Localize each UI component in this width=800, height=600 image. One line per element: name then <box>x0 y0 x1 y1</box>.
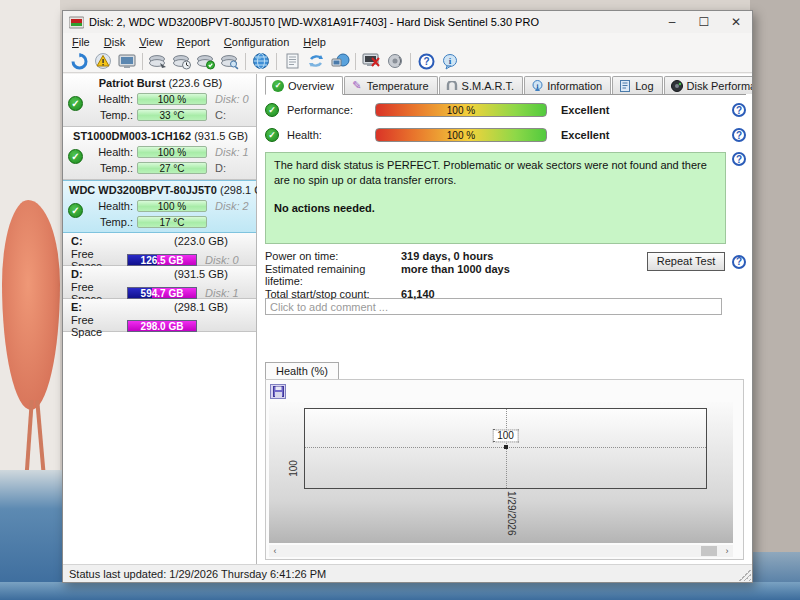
toolbar-separator <box>276 53 277 70</box>
disk-item-patriot-burst[interactable]: Patriot Burst (223.6 GB) ✓ Health: 100 %… <box>63 74 256 127</box>
remote-monitor-off-icon[interactable] <box>359 51 383 72</box>
performance-help-icon[interactable]: ? <box>732 103 746 117</box>
tab-label: S.M.A.R.T. <box>462 80 515 92</box>
startstop-value: 61,140 <box>401 288 746 300</box>
tab-label: Information <box>547 80 602 92</box>
disk-sidebar: Patriot Burst (223.6 GB) ✓ Health: 100 %… <box>63 74 257 564</box>
sound-icon[interactable] <box>383 51 407 72</box>
toolbar-separator <box>355 53 356 70</box>
health-bar: 100 % <box>137 200 207 212</box>
tab-log[interactable]: Log <box>612 76 662 94</box>
alert-warning-icon[interactable] <box>91 51 115 72</box>
disk-size: (223.6 GB) <box>168 77 222 89</box>
disk-name: Patriot Burst <box>99 77 166 89</box>
disk-name: WDC WD3200BPVT-80JJ5T0 <box>69 184 217 196</box>
window-title: Disk: 2, WDC WD3200BPVT-80JJ5T0 [WD-WX81… <box>89 16 656 28</box>
water-background <box>0 582 800 600</box>
free-space-label: Free Space <box>71 314 127 338</box>
disk-analyze-icon[interactable] <box>218 51 242 72</box>
comment-input[interactable] <box>265 298 722 315</box>
disk-item-wdc-wd3200-selected[interactable]: WDC WD3200BPVT-80JJ5T0 (298.1 GB) ✓ Heal… <box>63 180 256 233</box>
sync-icon[interactable] <box>304 51 328 72</box>
y-axis-tick: 100 <box>288 460 299 477</box>
disk-ok-icon: ✓ <box>68 149 83 164</box>
health-row: ✓ Health: 100 % Excellent ? <box>265 125 746 145</box>
health-data-point <box>504 445 508 449</box>
information-icon[interactable]: i <box>438 51 462 72</box>
chart-plot: 100 <box>304 408 707 489</box>
partition-item-d[interactable]: D: (931.5 GB) Free Space 594.7 GB Disk: … <box>63 266 256 299</box>
scroll-left-arrow-icon[interactable]: ‹ <box>269 545 281 557</box>
chart-plot-area: 100 100 1/29/2026 <box>269 402 733 543</box>
health-label: Health: <box>89 146 133 158</box>
repeat-test-help-icon[interactable]: ? <box>732 255 746 269</box>
repeat-test-button[interactable]: Repeat Test <box>647 252 725 271</box>
sidebar-empty-area <box>63 332 256 564</box>
toolbar-separator <box>245 53 246 70</box>
resize-grip[interactable] <box>739 569 751 581</box>
help-icon[interactable]: ? <box>414 51 438 72</box>
chart-horizontal-scrollbar[interactable]: ‹ › <box>269 545 733 557</box>
menu-view[interactable]: View <box>132 35 170 49</box>
performance-row: ✓ Performance: 100 % Excellent ? <box>265 100 746 120</box>
web-globe-icon[interactable] <box>249 51 273 72</box>
x-axis-tick: 1/29/2026 <box>506 491 517 536</box>
health-chart-tab[interactable]: Health (%) <box>265 362 339 379</box>
health-help-icon[interactable]: ? <box>732 128 746 142</box>
close-button[interactable]: ✕ <box>720 11 752 33</box>
tab-label: Log <box>635 80 653 92</box>
free-space-bar: 298.0 GB <box>127 320 197 332</box>
toolbar-separator <box>410 53 411 70</box>
disk-schedule-icon[interactable] <box>170 51 194 72</box>
menu-file[interactable]: File <box>65 35 97 49</box>
minimize-button[interactable]: – <box>656 11 688 33</box>
refresh-icon[interactable] <box>67 51 91 72</box>
thermometer-icon: ✎ <box>351 80 363 92</box>
water-background <box>0 470 62 600</box>
status-help-icon[interactable]: ? <box>732 152 746 166</box>
flamingo-image <box>2 200 60 410</box>
health-label: Health: <box>89 200 133 212</box>
tab-information[interactable]: i Information <box>524 76 611 94</box>
tab-disk-performance[interactable]: Disk Performance <box>664 76 752 94</box>
scroll-right-arrow-icon[interactable]: › <box>721 545 733 557</box>
tab-smart[interactable]: S.M.A.R.T. <box>439 76 524 94</box>
title-bar[interactable]: Disk: 2, WDC WD3200BPVT-80JJ5T0 [WD-WX81… <box>63 11 752 33</box>
status-monitor-icon[interactable] <box>115 51 139 72</box>
power-on-label: Power on time: <box>265 250 401 262</box>
partition-size: (931.5 GB) <box>174 268 228 280</box>
menu-configuration[interactable]: Configuration <box>217 35 296 49</box>
network-computers-icon[interactable] <box>328 51 352 72</box>
maximize-button[interactable]: ☐ <box>688 11 720 33</box>
save-chart-icon[interactable] <box>270 384 286 399</box>
performance-ok-icon: ✓ <box>265 103 279 117</box>
menu-help[interactable]: Help <box>296 35 333 49</box>
disk-ok-icon: ✓ <box>68 96 83 111</box>
main-panel: ✓ Overview ✎ Temperature S.M.A.R.T. i <box>257 74 752 564</box>
status-text: The hard disk status is PERFECT. Problem… <box>274 159 707 186</box>
partition-item-e[interactable]: E: (298.1 GB) Free Space 298.0 GB <box>63 299 256 332</box>
menu-disk[interactable]: Disk <box>97 35 132 49</box>
temp-bar: 17 °C <box>137 216 207 228</box>
disk-ok-icon[interactable] <box>194 51 218 72</box>
temp-bar: 27 °C <box>137 162 207 174</box>
temp-label: Temp.: <box>89 109 133 121</box>
scrollbar-track[interactable] <box>281 545 721 557</box>
scrollbar-thumb[interactable] <box>701 546 717 556</box>
toolbar-separator <box>142 53 143 70</box>
data-point-label: 100 <box>492 429 519 442</box>
lifetime-label: Estimated remaining lifetime: <box>265 263 401 287</box>
magnet-icon <box>446 80 458 92</box>
partition-item-c[interactable]: C: (223.0 GB) Free Space 126.5 GB Disk: … <box>63 233 256 266</box>
disk-number-label: Disk: 1 <box>215 146 249 158</box>
health-label: Health: <box>287 129 375 141</box>
disk-item-st1000dm003[interactable]: ST1000DM003-1CH162 (931.5 GB) ✓ Health: … <box>63 127 256 180</box>
startstop-label: Total start/stop count: <box>265 288 401 300</box>
report-document-icon[interactable] <box>280 51 304 72</box>
status-bar-text: Status last updated: 1/29/2026 Thursday … <box>69 568 326 580</box>
menu-report[interactable]: Report <box>170 35 217 49</box>
tab-temperature[interactable]: ✎ Temperature <box>344 76 438 94</box>
disk-export-icon[interactable] <box>146 51 170 72</box>
disk-name: ST1000DM003-1CH162 <box>73 130 191 142</box>
tab-overview[interactable]: ✓ Overview <box>265 76 343 95</box>
